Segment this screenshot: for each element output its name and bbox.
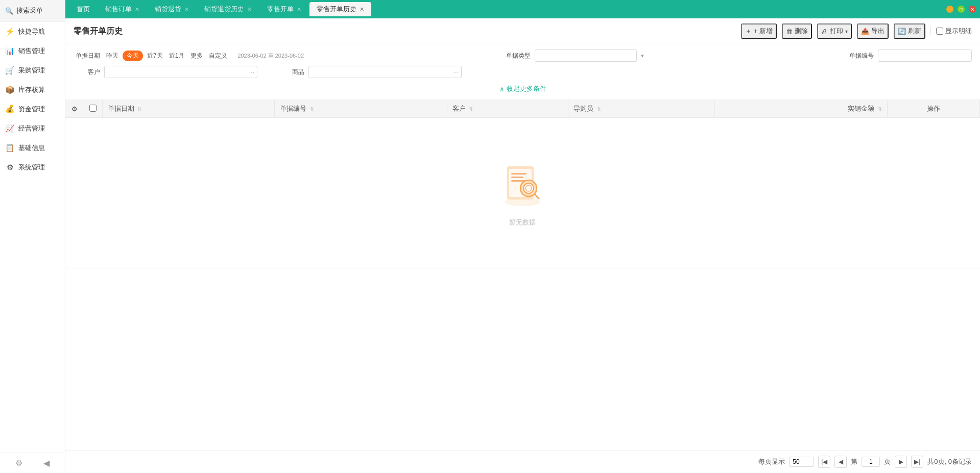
sidebar-item-label: 采购管理 bbox=[18, 66, 45, 75]
tab-retail-open-label: 零售开单 bbox=[267, 5, 294, 14]
th-settings[interactable]: ⚙ bbox=[65, 100, 84, 118]
shortcut-today[interactable]: 今天 bbox=[123, 51, 143, 61]
product-label: 商品 bbox=[278, 68, 308, 77]
customer-input-wrap: ··· bbox=[104, 66, 257, 78]
tab-retail-open[interactable]: 零售开单 ✕ bbox=[260, 2, 308, 16]
sidebar-item-system[interactable]: ⚙ 系统管理 bbox=[0, 158, 65, 177]
tab-sales-order-close[interactable]: ✕ bbox=[135, 6, 139, 13]
settings-footer-icon[interactable]: ⚙ bbox=[15, 458, 22, 468]
th-date[interactable]: 单据日期 ⇅ bbox=[102, 100, 275, 118]
th-guide[interactable]: 导购员 ⇅ bbox=[568, 100, 714, 118]
sort-guide-icon: ⇅ bbox=[597, 106, 601, 112]
sidebar-item-finance[interactable]: 💰 资金管理 bbox=[0, 99, 65, 119]
sidebar-item-purchase-mgmt[interactable]: 🛒 采购管理 bbox=[0, 61, 65, 80]
th-amount-label: 实销金额 bbox=[848, 105, 874, 112]
add-button[interactable]: ＋ + 新增 bbox=[741, 23, 777, 39]
close-button[interactable]: ✕ bbox=[969, 6, 976, 13]
main-content: 首页 销售订单 ✕ 销货退货 ✕ 销货退货历史 ✕ 零售开单 ✕ 零售开单历史 … bbox=[65, 0, 980, 473]
customer-input[interactable] bbox=[104, 66, 257, 78]
sidebar-item-label: 基础信息 bbox=[18, 143, 45, 153]
sort-bill-no-icon: ⇅ bbox=[310, 106, 314, 112]
sidebar-item-basic-info[interactable]: 📋 基础信息 bbox=[0, 138, 65, 158]
add-label: + 新增 bbox=[754, 27, 773, 36]
bill-no-input[interactable] bbox=[878, 49, 972, 62]
sidebar-item-label: 系统管理 bbox=[18, 163, 45, 172]
search-icon: 🔍 bbox=[5, 7, 13, 15]
pagination: 每页显示 10 20 50 100 |◀ ◀ 第 页 ▶ ▶| 共0页, 0条记… bbox=[65, 450, 980, 473]
tab-sales-return-close[interactable]: ✕ bbox=[184, 6, 189, 13]
purchase-mgmt-icon: 🛒 bbox=[5, 66, 14, 75]
inventory-icon: 📦 bbox=[5, 85, 14, 94]
shortcut-custom[interactable]: 自定义 bbox=[207, 51, 229, 61]
empty-illustration bbox=[497, 159, 548, 210]
table-wrap: ⚙ 单据日期 ⇅ 单据编号 ⇅ bbox=[65, 100, 980, 450]
collapse-bar[interactable]: ∧ 收起更多条件 bbox=[74, 82, 972, 96]
print-button[interactable]: 🖨 打印 ▾ bbox=[817, 23, 852, 39]
sidebar-item-label: 库存核算 bbox=[18, 85, 45, 94]
bill-type-select[interactable] bbox=[535, 49, 637, 62]
print-label: 打印 bbox=[830, 27, 843, 36]
shortcut-last7[interactable]: 近7天 bbox=[145, 51, 165, 61]
sidebar-item-operations[interactable]: 📈 经营管理 bbox=[0, 119, 65, 138]
tab-retail-open-history-label: 零售开单历史 bbox=[317, 5, 356, 14]
sidebar-item-inventory[interactable]: 📦 库存核算 bbox=[0, 80, 65, 99]
tab-sales-return-history-close[interactable]: ✕ bbox=[247, 6, 252, 13]
sidebar-item-quick-nav[interactable]: ⚡ 快捷导航 bbox=[0, 22, 65, 41]
sort-date-icon: ⇅ bbox=[137, 106, 141, 112]
tab-sales-return[interactable]: 销货退货 ✕ bbox=[148, 2, 196, 16]
collapse-sidebar-icon[interactable]: ◀ bbox=[43, 458, 50, 468]
tab-retail-open-history-close[interactable]: ✕ bbox=[360, 6, 364, 13]
prev-page-button[interactable]: ◀ bbox=[834, 456, 847, 468]
delete-button[interactable]: 🗑 删除 bbox=[782, 23, 812, 39]
empty-state: 暂无数据 bbox=[65, 118, 980, 268]
toolbar-divider bbox=[930, 27, 931, 35]
settings-icon: ⚙ bbox=[71, 105, 78, 113]
th-date-label: 单据日期 bbox=[108, 105, 134, 112]
th-guide-label: 导购员 bbox=[573, 105, 593, 112]
th-customer[interactable]: 客户 ⇅ bbox=[447, 100, 568, 118]
refresh-button[interactable]: 🔄 刷新 bbox=[894, 23, 925, 39]
th-bill-no[interactable]: 单据编号 ⇅ bbox=[275, 100, 447, 118]
product-input[interactable] bbox=[308, 66, 462, 78]
sidebar-search-label: 搜索采单 bbox=[16, 6, 43, 15]
collapse-label: 收起更多条件 bbox=[507, 84, 546, 93]
sidebar-item-label: 销售管理 bbox=[18, 46, 45, 56]
tab-sales-return-history[interactable]: 销货退货历史 ✕ bbox=[197, 2, 259, 16]
tab-retail-open-close[interactable]: ✕ bbox=[297, 6, 301, 13]
tab-sales-return-history-label: 销货退货历史 bbox=[204, 5, 244, 14]
per-page-select[interactable]: 10 20 50 100 bbox=[789, 457, 814, 467]
add-icon: ＋ bbox=[745, 27, 752, 36]
finance-icon: 💰 bbox=[5, 105, 14, 114]
tabs-bar: 首页 销售订单 ✕ 销货退货 ✕ 销货退货历史 ✕ 零售开单 ✕ 零售开单历史 … bbox=[65, 0, 980, 18]
sidebar-item-label: 快捷导航 bbox=[18, 27, 45, 36]
display-cols-toggle[interactable]: 显示明细 bbox=[936, 27, 972, 36]
first-page-button[interactable]: |◀ bbox=[818, 456, 830, 468]
bill-no-input-wrap bbox=[878, 49, 972, 62]
export-button[interactable]: 📤 导出 bbox=[857, 23, 889, 39]
display-cols-checkbox[interactable] bbox=[936, 28, 943, 35]
bill-type-label: 单据类型 bbox=[504, 52, 535, 60]
per-page-label: 每页显示 bbox=[758, 457, 785, 466]
sidebar-item-label: 经营管理 bbox=[18, 124, 45, 133]
th-actions: 操作 bbox=[887, 100, 979, 118]
filter-row-1: 单据日期 昨天 今天 近7天 近1月 更多 自定义 2023-06-02 至 2… bbox=[74, 49, 972, 62]
th-customer-label: 客户 bbox=[452, 105, 466, 112]
th-amount[interactable]: 实销金额 ⇅ bbox=[715, 100, 888, 118]
maximize-button[interactable]: □ bbox=[958, 6, 965, 13]
shortcut-last-month[interactable]: 近1月 bbox=[167, 51, 187, 61]
shortcut-yesterday[interactable]: 昨天 bbox=[104, 51, 121, 61]
content-area: 零售开单历史 ＋ + 新增 🗑 删除 🖨 打印 ▾ 📤 导出 bbox=[65, 18, 980, 473]
th-checkbox[interactable] bbox=[84, 100, 102, 118]
shortcut-more[interactable]: 更多 bbox=[188, 51, 205, 61]
last-page-button[interactable]: ▶| bbox=[911, 456, 923, 468]
tab-sales-order[interactable]: 销售订单 ✕ bbox=[98, 2, 147, 16]
minimize-button[interactable]: — bbox=[946, 6, 953, 13]
customer-label: 客户 bbox=[74, 68, 104, 77]
page-input[interactable] bbox=[862, 457, 880, 467]
tab-home[interactable]: 首页 bbox=[69, 2, 97, 16]
tab-retail-open-history[interactable]: 零售开单历史 ✕ bbox=[309, 2, 371, 16]
select-all-checkbox[interactable] bbox=[89, 105, 97, 112]
sidebar-search[interactable]: 🔍 搜索采单 bbox=[0, 0, 65, 22]
sidebar-item-sales-mgmt[interactable]: 📊 销售管理 bbox=[0, 41, 65, 61]
next-page-button[interactable]: ▶ bbox=[895, 456, 907, 468]
